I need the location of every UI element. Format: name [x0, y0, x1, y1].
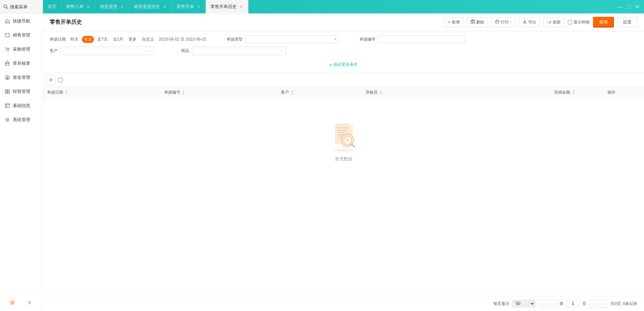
page-input[interactable]	[566, 300, 580, 307]
date-custom[interactable]: 自定义	[140, 36, 156, 43]
export-icon	[523, 19, 527, 25]
col-salesperson-sort[interactable]: ▲ ▼	[380, 90, 382, 95]
print-label: 打印	[501, 19, 509, 25]
sidebar-search[interactable]: 搜索采单	[0, 0, 43, 14]
goods-dots[interactable]: ···	[279, 48, 283, 53]
collapse-label: 收起更多条件	[334, 62, 358, 67]
svg-rect-5	[5, 63, 9, 65]
date-today[interactable]: 今天	[82, 36, 94, 43]
per-page-label: 每页显示	[493, 301, 509, 307]
tab-home[interactable]: 首页	[43, 0, 61, 13]
sidebar-item-inventory-label: 库存核算	[13, 60, 30, 66]
sidebar-item-quick-nav-label: 快捷导航	[13, 18, 30, 24]
col-salesperson[interactable]: 导购员 ▲ ▼	[361, 87, 462, 98]
pagination: 每页显示 50 10 20 100 « ‹ 第 页 › » 共0页, 0条记录	[43, 296, 644, 311]
inventory-icon	[5, 61, 10, 66]
type-select[interactable]: ▾	[245, 35, 339, 43]
col-customer-sort[interactable]: ▲ ▼	[291, 90, 294, 95]
collapse-sidebar-btn[interactable]	[25, 298, 35, 308]
number-filter-label: 单据编号	[359, 37, 376, 42]
col-date-label: 单据日期	[47, 90, 63, 95]
tab-retail-open[interactable]: 零售开单 ✕	[172, 0, 206, 13]
refresh-btn[interactable]: 刷新	[543, 17, 564, 27]
add-btn[interactable]: + 新增	[444, 17, 463, 27]
customer-select[interactable]: ···	[60, 47, 154, 55]
tab-retail-open-history[interactable]: 零售开单历史 ✕	[206, 0, 248, 13]
tab-home-label: 首页	[48, 4, 56, 10]
maximize-btn[interactable]: □	[627, 3, 631, 10]
col-amount[interactable]: 实销金额 ▲ ▼	[462, 87, 579, 98]
filter-date: 单据日期 昨天 今天 近7天 近1月 更多 自定义 2023-06-02 至 2…	[50, 36, 206, 43]
settings-bottom-btn[interactable]	[7, 298, 17, 308]
date-1month[interactable]: 近1月	[111, 36, 126, 43]
number-input[interactable]	[378, 35, 465, 43]
system-icon	[5, 117, 10, 122]
refresh-label: 刷新	[553, 19, 561, 25]
sidebar-item-finance[interactable]: 资金管理	[0, 70, 43, 85]
export-btn[interactable]: 导出	[519, 17, 540, 27]
filter-row-1: 单据日期 昨天 今天 近7天 近1月 更多 自定义 2023-06-02 至 2…	[50, 35, 637, 43]
customer-dots[interactable]: ···	[148, 48, 151, 53]
tab-sales-order[interactable]: 销售订单 ✕	[61, 0, 95, 13]
sidebar-item-operations[interactable]: 经营管理	[0, 85, 43, 99]
per-page-select[interactable]: 50 10 20 100	[512, 300, 535, 307]
add-label: 新增	[452, 19, 460, 25]
col-number-sort[interactable]: ▲ ▼	[182, 90, 185, 95]
print-dropdown-icon[interactable]: ▾	[510, 20, 512, 24]
date-7days[interactable]: 近7天	[95, 36, 110, 43]
tab-sales-return-history[interactable]: 销货退货历史 ✕	[129, 0, 172, 13]
sidebar-search-label: 搜索采单	[10, 4, 28, 10]
next-page-btn[interactable]: ›	[589, 300, 597, 308]
export-label: 导出	[528, 19, 536, 25]
tab-sales-return-history-close[interactable]: ✕	[162, 4, 167, 9]
col-amount-sort[interactable]: ▲ ▼	[572, 90, 575, 95]
sidebar-item-inventory[interactable]: 库存核算	[0, 56, 43, 70]
sidebar-item-quick-nav[interactable]: 快捷导航	[0, 14, 43, 28]
date-yesterday[interactable]: 昨天	[68, 36, 81, 43]
tab-sales-return-close[interactable]: ✕	[119, 4, 124, 9]
tab-retail-open-close[interactable]: ✕	[196, 4, 201, 9]
display-cols-checkbox[interactable]: 显示明细	[568, 19, 590, 25]
display-cols-input[interactable]	[568, 20, 572, 24]
col-customer-label: 客户	[281, 90, 289, 95]
tab-sales-order-close[interactable]: ✕	[86, 4, 90, 9]
table-settings-btn[interactable]	[46, 75, 56, 85]
col-date[interactable]: 单据日期 ▲ ▼	[43, 87, 160, 98]
content: 零售开单历史 + 新增	[43, 13, 644, 311]
print-btn[interactable]: 打印 ▾	[491, 17, 515, 27]
date-filter-label: 单据日期	[50, 37, 66, 42]
operations-icon	[5, 89, 10, 94]
main-area: 首页 销售订单 ✕ 销货退货 ✕ 销货退货历史 ✕ 零售开单 ✕	[43, 0, 644, 311]
sidebar-item-sales-label: 销售管理	[13, 32, 30, 38]
svg-point-29	[334, 149, 354, 152]
sidebar-item-base[interactable]: 基础信息	[0, 99, 43, 113]
select-all-checkbox[interactable]	[58, 78, 63, 82]
filter-number: 单据编号	[359, 35, 465, 43]
base-icon	[5, 103, 10, 108]
close-window-btn[interactable]: ✕	[635, 3, 640, 10]
print-icon	[495, 19, 499, 25]
col-customer[interactable]: 客户 ▲ ▼	[277, 87, 361, 98]
filter-area: 单据日期 昨天 今天 近7天 近1月 更多 自定义 2023-06-02 至 2…	[43, 31, 644, 73]
sidebar-item-sales[interactable]: 销售管理	[0, 28, 43, 42]
goods-select[interactable]: ···	[192, 47, 286, 55]
sidebar-item-system-label: 系统管理	[13, 117, 30, 123]
setting-btn[interactable]: 设置	[617, 17, 637, 27]
col-number[interactable]: 单据编号 ▲ ▼	[160, 87, 277, 98]
tab-sales-return[interactable]: 销货退货 ✕	[95, 0, 129, 13]
prev-page-btn[interactable]: ‹	[549, 300, 557, 308]
date-more[interactable]: 更多	[127, 36, 139, 43]
sidebar-item-system[interactable]: 系统管理	[0, 113, 43, 127]
collapse-filter-btn[interactable]: ∧ 收起更多条件	[50, 60, 637, 69]
col-date-sort[interactable]: ▲ ▼	[65, 90, 68, 95]
first-page-btn[interactable]: «	[538, 300, 546, 308]
delete-btn[interactable]: 删除	[467, 17, 488, 27]
svg-rect-12	[5, 104, 9, 108]
minimize-btn[interactable]: —	[617, 3, 623, 10]
sidebar-item-purchase[interactable]: 采购管理	[0, 42, 43, 56]
query-btn[interactable]: 查询	[593, 17, 614, 28]
last-page-btn[interactable]: »	[600, 300, 608, 308]
col-action: 操作	[579, 87, 644, 98]
filter-customer: 客户 ···	[50, 47, 154, 55]
tab-retail-open-history-close[interactable]: ✕	[239, 4, 243, 9]
